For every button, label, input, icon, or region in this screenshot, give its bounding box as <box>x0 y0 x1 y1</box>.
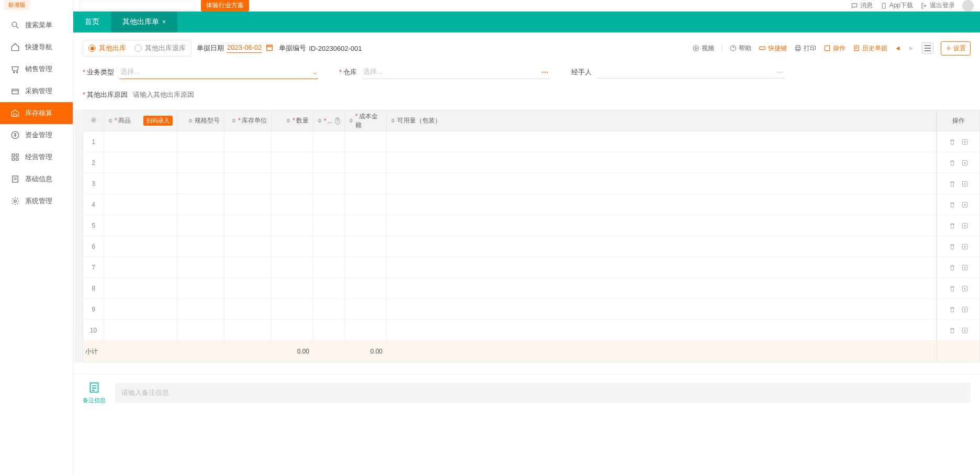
list-view-icon[interactable] <box>922 42 933 54</box>
subtotal-cost: 0.00 <box>345 341 387 362</box>
doc-date-value[interactable]: 2023-06-02 <box>227 43 262 53</box>
top-logout[interactable]: 退出登录 <box>920 1 955 10</box>
sidebar-item-search[interactable]: 搜索菜单 <box>0 14 73 36</box>
sidebar-item-sales[interactable]: 销售管理 <box>0 58 73 80</box>
svg-rect-13 <box>266 45 272 50</box>
help-link[interactable]: 帮助 <box>729 44 751 53</box>
cart-icon <box>10 64 20 74</box>
avatar[interactable] <box>962 0 974 12</box>
delete-icon[interactable] <box>949 222 956 229</box>
scan-button[interactable]: 扫码录入 <box>143 116 173 126</box>
delete-icon[interactable] <box>949 138 956 146</box>
remark-input[interactable]: 请输入备注信息 <box>115 383 971 403</box>
row-ops <box>937 131 979 152</box>
search-icon <box>10 20 20 30</box>
add-icon[interactable] <box>961 327 968 334</box>
add-icon[interactable] <box>961 201 968 208</box>
biz-type-select[interactable]: 选择... ⌵ <box>119 65 318 79</box>
col-cost[interactable]: 成本金额 <box>345 111 387 131</box>
radio-other-outbound[interactable]: 其他出库 <box>88 43 126 53</box>
sidebar-item-operation[interactable]: 经营管理 <box>0 146 73 168</box>
reason-input[interactable] <box>133 89 971 101</box>
delete-icon[interactable] <box>949 243 956 250</box>
ops-link[interactable]: 操作 <box>824 44 846 53</box>
calendar-icon[interactable] <box>265 43 274 53</box>
delete-icon[interactable] <box>949 285 956 292</box>
add-icon[interactable] <box>961 285 968 292</box>
table-row[interactable]: 7 <box>83 257 937 278</box>
table-row[interactable]: 6 <box>83 236 937 257</box>
svg-rect-7 <box>16 154 19 157</box>
industry-plan-button[interactable]: 体验行业方案 <box>201 0 249 12</box>
sidebar-item-quicknav[interactable]: 快捷导航 <box>0 36 73 58</box>
print-link[interactable]: 打印 <box>794 44 816 53</box>
add-icon[interactable] <box>961 222 968 229</box>
handler-field: 经手人 ⋯ <box>571 66 785 79</box>
warehouse-label: 仓库 <box>339 68 357 77</box>
col-qty[interactable]: 数量 <box>272 111 313 131</box>
prev-icon[interactable]: ◄ <box>895 45 901 52</box>
delete-icon[interactable] <box>949 327 956 334</box>
chevron-down-icon: ⌵ <box>313 68 317 76</box>
delete-icon[interactable] <box>949 159 956 167</box>
warehouse-icon <box>10 108 20 118</box>
settings-button[interactable]: 设置 <box>941 41 971 56</box>
col-spec[interactable]: 规格型号 <box>177 111 224 131</box>
sidebar-item-inventory[interactable]: 库存核算 <box>0 102 73 124</box>
row-ops <box>937 173 979 194</box>
manage-icon <box>10 152 20 162</box>
hotkey-link[interactable]: 快捷键 <box>759 44 787 53</box>
add-icon[interactable] <box>961 264 968 271</box>
doc-no-value: ID-20230602-001 <box>309 45 362 52</box>
sidebar-item-system[interactable]: 系统管理 <box>0 190 73 212</box>
table-row[interactable]: 9 <box>83 299 937 320</box>
row-ops <box>937 194 979 215</box>
add-icon[interactable] <box>961 159 968 167</box>
add-icon[interactable] <box>961 180 968 187</box>
svg-point-14 <box>693 46 699 51</box>
add-icon[interactable] <box>961 243 968 250</box>
history-link[interactable]: 历史单据 <box>853 44 887 53</box>
sidebar-item-purchase[interactable]: 采购管理 <box>0 80 73 102</box>
sidebar-item-label: 系统管理 <box>25 196 52 206</box>
radio-other-outbound-return[interactable]: 其他出库退库 <box>134 43 186 53</box>
col-goods[interactable]: 商品 扫码录入 <box>104 111 177 131</box>
handler-select[interactable]: ⋯ <box>597 66 785 79</box>
warehouse-select[interactable]: 选择... ⋯ <box>362 65 550 79</box>
video-link[interactable]: 视频 <box>692 44 714 53</box>
delete-icon[interactable] <box>949 264 956 271</box>
delete-icon[interactable] <box>949 180 956 187</box>
delete-icon[interactable] <box>949 306 956 313</box>
svg-rect-9 <box>16 158 19 161</box>
table-row[interactable]: 2 <box>83 152 937 173</box>
subtotal-row: 小计 0.00 0.00 <box>83 341 937 362</box>
delete-icon[interactable] <box>949 201 956 208</box>
col-settings[interactable] <box>83 111 104 131</box>
next-icon[interactable]: ► <box>908 45 915 52</box>
doc-date-field: 单据日期 2023-06-02 <box>197 43 274 53</box>
svg-rect-20 <box>825 46 829 50</box>
table-row[interactable]: 3 <box>83 173 937 194</box>
tab-other-outbound[interactable]: 其他出库单 × <box>111 12 177 32</box>
sidebar: 标准版 搜索菜单 快捷导航 销售管理 采购管理 库存核算 资金管理 经营管理 <box>0 0 73 475</box>
col-extra[interactable]: ... ? <box>313 111 345 131</box>
table-row[interactable]: 4 <box>83 194 937 215</box>
table-row[interactable]: 5 <box>83 215 937 236</box>
help-icon[interactable]: ? <box>335 117 340 125</box>
tab-home[interactable]: 首页 <box>73 12 111 32</box>
table-row[interactable]: 8 <box>83 278 937 299</box>
top-input-box[interactable] <box>80 1 195 10</box>
svg-rect-4 <box>14 114 17 117</box>
close-icon[interactable]: × <box>162 18 166 26</box>
table-row[interactable]: 1 <box>83 131 937 152</box>
sidebar-item-basicinfo[interactable]: 基础信息 <box>0 168 73 190</box>
table-row[interactable]: 10 <box>83 320 937 341</box>
add-icon[interactable] <box>961 138 968 146</box>
top-messages[interactable]: 消息 <box>851 1 873 10</box>
col-unit[interactable]: 库存单位 <box>224 111 272 131</box>
col-avail[interactable]: 可用量（包装） <box>387 111 937 131</box>
radio-dot-icon <box>134 45 142 52</box>
add-icon[interactable] <box>961 306 968 313</box>
top-app-download[interactable]: App下载 <box>880 1 913 10</box>
sidebar-item-finance[interactable]: 资金管理 <box>0 124 73 146</box>
